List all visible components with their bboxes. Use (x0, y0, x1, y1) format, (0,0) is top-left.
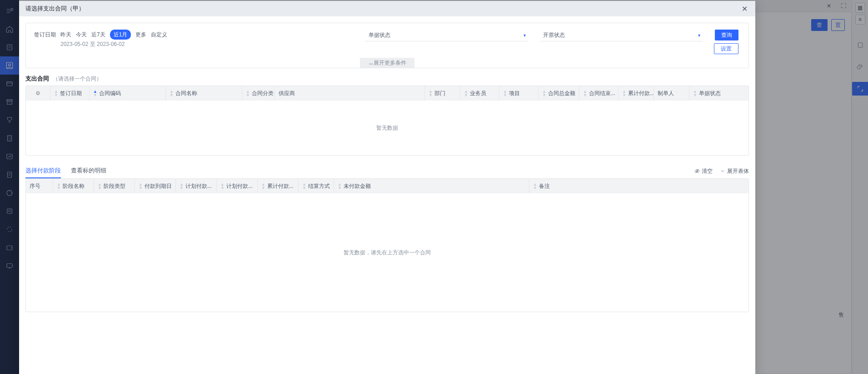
col-salesperson[interactable]: 业务员 (460, 86, 499, 101)
detail-tab-tools: 清空 展开表体 (694, 167, 749, 175)
filter-card: 签订日期 昨天 今天 近7天 近1月 更多 自定义 2023-05-02 至 2… (25, 23, 749, 68)
scol-unpaid[interactable]: 未付款金额 (334, 179, 529, 193)
col-end-date-label: 合同结束... (589, 90, 615, 97)
col-settings[interactable]: ⚙ (26, 86, 50, 101)
scol-plan2-label: 计划付款... (226, 182, 253, 190)
scol-seq-label: 序号 (30, 182, 40, 190)
doc-status-select[interactable]: 单据状态 ▾ (365, 30, 529, 41)
clear-button[interactable]: 清空 (694, 167, 713, 175)
col-maker-label: 制单人 (658, 90, 674, 97)
gear-icon: ⚙ (35, 90, 40, 96)
select-contract-modal: 请选择支出合同（甲） ✕ 签订日期 昨天 今天 近7天 近1月 更多 (19, 1, 755, 374)
contract-table-empty: 暂无数据 (26, 101, 748, 155)
stage-table-empty: 暂无数据，请先在上方选中一个合同 (26, 193, 748, 312)
modal-close-icon[interactable]: ✕ (740, 5, 749, 13)
col-contract-name-label: 合同名称 (175, 90, 197, 97)
col-maker[interactable]: 制单人 (654, 86, 689, 101)
date-opt-today[interactable]: 今天 (76, 30, 87, 39)
col-contract-code-label: 合同编码 (99, 90, 121, 97)
date-opt-yesterday[interactable]: 昨天 (60, 30, 71, 39)
col-project-label: 项目 (509, 90, 520, 97)
scol-seq[interactable]: 序号 (26, 179, 53, 193)
invoice-status-label: 开票状态 (543, 31, 565, 39)
date-opt-custom[interactable]: 自定义 (151, 30, 167, 39)
sign-date-range: 2023-05-02 至 2023-06-02 (60, 40, 167, 48)
scol-plan-pay1[interactable]: 计划付款... (176, 179, 217, 193)
col-project[interactable]: 项目 (499, 86, 539, 101)
col-sign-date[interactable]: 签订日期 (50, 86, 90, 101)
sign-date-label: 签订日期 (34, 30, 56, 40)
col-doc-status[interactable]: 单据状态 (689, 86, 748, 101)
contract-table: ⚙ 签订日期 合同编码 合同名称 合同分类 供应商 部门 业务员 项目 合同总金… (25, 86, 749, 156)
tab-subject-detail[interactable]: 查看标的明细 (71, 164, 106, 178)
contract-section-title-text: 支出合同 (25, 75, 49, 83)
date-opt-1month[interactable]: 近1月 (110, 30, 131, 40)
scol-plan1-label: 计划付款... (185, 182, 212, 190)
eye-off-icon (694, 168, 700, 174)
detail-tabs: 选择付款阶段 查看标的明细 (25, 164, 106, 178)
scol-stage-type[interactable]: 阶段类型 (94, 179, 135, 193)
stage-table-head: 序号 阶段名称 阶段类型 付款到期日 计划付款... 计划付款... 累计付款.… (26, 179, 748, 193)
invoice-status-select[interactable]: 开票状态 ▾ (539, 30, 703, 41)
modal-header: 请选择支出合同（甲） ✕ (19, 1, 755, 16)
col-sign-date-label: 签订日期 (60, 90, 82, 97)
filter-actions: 查询 设置 (714, 30, 740, 54)
detail-tabs-row: 选择付款阶段 查看标的明细 清空 展开表体 (25, 164, 749, 179)
col-contract-name[interactable]: 合同名称 (166, 86, 242, 101)
tab-payment-stage[interactable]: 选择付款阶段 (25, 164, 61, 178)
scol-remark-label: 备注 (539, 182, 550, 190)
config-button[interactable]: 设置 (714, 43, 738, 54)
scol-settlement[interactable]: 结算方式 (299, 179, 334, 193)
contract-table-head: ⚙ 签订日期 合同编码 合同名称 合同分类 供应商 部门 业务员 项目 合同总金… (26, 86, 748, 101)
col-dept-label: 部门 (434, 90, 445, 97)
col-accum-pay-label: 累计付款... (628, 90, 654, 97)
scol-due-label: 付款到期日 (145, 182, 172, 190)
scol-unpaid-label: 未付款金额 (344, 182, 371, 190)
chevron-down-icon (720, 168, 725, 174)
col-supplier-label: 供应商 (279, 90, 295, 97)
col-total-amount-label: 合同总金额 (548, 90, 575, 97)
col-accum-pay[interactable]: 累计付款... (619, 86, 654, 101)
scol-stage-type-label: 阶段类型 (104, 182, 125, 190)
col-contract-category[interactable]: 合同分类 (242, 86, 275, 101)
date-opt-more[interactable]: 更多 (135, 30, 146, 39)
stage-table: 序号 阶段名称 阶段类型 付款到期日 计划付款... 计划付款... 累计付款.… (25, 179, 749, 312)
scol-accum-label: 累计付款... (267, 182, 294, 190)
modal-title: 请选择支出合同（甲） (25, 5, 85, 13)
col-doc-status-label: 单据状态 (699, 90, 721, 97)
chevron-down-icon: ▾ (698, 33, 700, 38)
expand-body-label: 展开表体 (727, 167, 749, 175)
col-end-date[interactable]: 合同结束... (579, 86, 619, 101)
col-supplier[interactable]: 供应商 (275, 86, 425, 101)
col-contract-code[interactable]: 合同编码 (90, 86, 166, 101)
scol-stage-name-label: 阶段名称 (63, 182, 85, 190)
contract-section-hint: （请选择一个合同） (53, 75, 102, 83)
col-total-amount[interactable]: 合同总金额 (539, 86, 579, 101)
col-category-label: 合同分类 (252, 90, 274, 97)
expand-conditions-label: 展开更多条件 (374, 59, 406, 67)
doc-status-label: 单据状态 (369, 31, 390, 39)
col-salesperson-label: 业务员 (470, 90, 486, 97)
chevron-down-icon: ▾ (524, 33, 526, 38)
scol-settle-label: 结算方式 (308, 182, 330, 190)
sign-date-options: 昨天 今天 近7天 近1月 更多 自定义 (60, 30, 167, 40)
scol-plan-pay2[interactable]: 计划付款... (217, 179, 258, 193)
scol-due-date[interactable]: 付款到期日 (135, 179, 176, 193)
scol-accum-pay[interactable]: 累计付款... (258, 179, 299, 193)
modal-body: 签订日期 昨天 今天 近7天 近1月 更多 自定义 2023-05-02 至 2… (19, 16, 755, 374)
date-opt-7days[interactable]: 近7天 (91, 30, 105, 39)
scol-remark[interactable]: 备注 (529, 179, 748, 193)
scol-stage-name[interactable]: 阶段名称 (53, 179, 94, 193)
col-dept[interactable]: 部门 (425, 86, 460, 101)
expand-conditions-button[interactable]: 展开更多条件 (360, 58, 414, 68)
query-button[interactable]: 查询 (715, 30, 738, 40)
expand-body-button[interactable]: 展开表体 (720, 167, 749, 175)
contract-section-title: 支出合同 （请选择一个合同） (25, 75, 749, 83)
clear-label: 清空 (702, 167, 713, 175)
filter-sign-date: 签订日期 昨天 今天 近7天 近1月 更多 自定义 2023-05-02 至 2… (34, 30, 167, 48)
